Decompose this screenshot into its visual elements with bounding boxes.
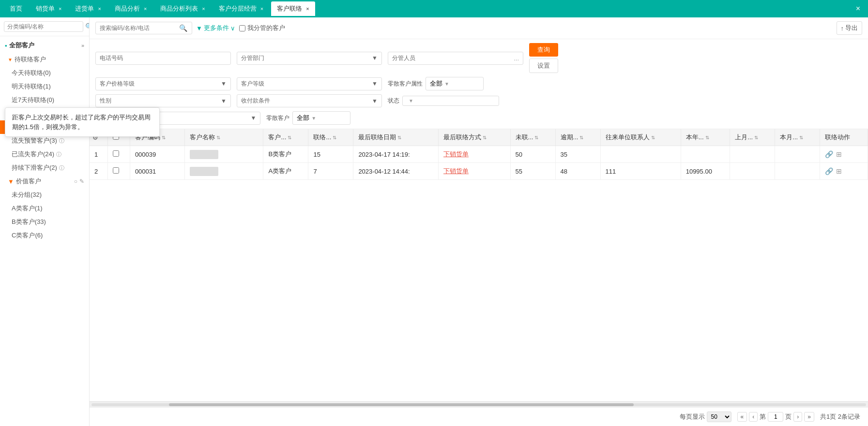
- nav-close-customer-segment[interactable]: ×: [260, 6, 263, 12]
- sidebar-item-churned[interactable]: 已流失客户(24) ⓘ: [0, 147, 89, 161]
- edit-icon[interactable]: ✎: [79, 178, 84, 185]
- dropdown-retail-customer[interactable]: 全部 ▼: [292, 111, 350, 125]
- th-current-year[interactable]: 本年... ⇅: [681, 129, 730, 146]
- sidebar-item-c-class[interactable]: C类客户(6): [0, 229, 89, 242]
- nav-purchase[interactable]: 进货单 ×: [69, 1, 107, 16]
- nav-customer-contact[interactable]: 客户联络 ×: [271, 1, 315, 16]
- sort-icon-name[interactable]: ⇅: [216, 135, 220, 140]
- my-customers-checkbox[interactable]: [239, 25, 245, 31]
- cell-date-1: 2023-04-17 14:19:: [353, 146, 439, 163]
- filter-dept[interactable]: 分管部门 ▼: [237, 52, 382, 65]
- settings-btn[interactable]: 设置: [529, 59, 558, 73]
- sort-icon-contact[interactable]: ⇅: [333, 135, 336, 140]
- sort-icon-method[interactable]: ⇅: [483, 135, 487, 140]
- th-grade[interactable]: 客户... ⇅: [263, 129, 308, 146]
- th-current-month[interactable]: 本月... ⇅: [775, 129, 820, 146]
- nav-close-customer-contact[interactable]: ×: [306, 6, 309, 12]
- nav-customer-segment[interactable]: 客户分层经营 ×: [213, 1, 269, 16]
- prev-page-btn[interactable]: ‹: [749, 412, 758, 422]
- page-size-select: 每页显示 50 20 100: [680, 411, 731, 422]
- grid-icon-1[interactable]: ⊞: [836, 150, 842, 158]
- sort-icon-grade[interactable]: ⇅: [288, 135, 291, 140]
- filter-price-grade[interactable]: 客户价格等级 ▼: [95, 77, 231, 90]
- sidebar-search-icon[interactable]: 🔍: [85, 23, 90, 30]
- link-icon-2[interactable]: 🔗: [825, 167, 833, 175]
- collapse-sidebar-icon[interactable]: »: [81, 43, 84, 48]
- sidebar-item-ungroup[interactable]: 未分组(32): [0, 188, 89, 202]
- next-page-btn[interactable]: ›: [793, 412, 802, 422]
- sidebar-item-today[interactable]: 今天待联络(0): [0, 66, 89, 80]
- filter-payment[interactable]: 收付款条件 ▼: [237, 94, 382, 107]
- cell-check-2[interactable]: [107, 163, 130, 180]
- cell-method-1[interactable]: 下销货单: [438, 146, 510, 163]
- sidebar-group-pending[interactable]: ▼ 待联络客户: [0, 53, 89, 66]
- dropdown-arrow-type: ▼: [250, 115, 256, 121]
- grid-icon-2[interactable]: ⊞: [836, 167, 842, 175]
- sort-icon-date[interactable]: ⇅: [397, 135, 401, 140]
- filter-manager[interactable]: 分管人员 ...: [388, 52, 523, 65]
- nav-product-list[interactable]: 商品分析列表 ×: [154, 1, 211, 16]
- th-last-method[interactable]: 最后联络方式 ⇅: [438, 129, 510, 146]
- nav-product-analysis[interactable]: 商品分析 ×: [109, 1, 152, 16]
- horizontal-scrollbar[interactable]: [90, 401, 868, 407]
- export-btn[interactable]: ↑ 导出: [837, 21, 863, 35]
- sort-icon-overdue[interactable]: ⇅: [579, 135, 583, 140]
- nav-home[interactable]: 首页: [4, 1, 28, 16]
- window-close-btn[interactable]: ×: [852, 2, 864, 15]
- nav-close-product-analysis[interactable]: ×: [144, 6, 147, 12]
- row1-checkbox[interactable]: [113, 150, 119, 157]
- filter-gender[interactable]: 性别 ▼: [95, 94, 231, 107]
- search-icon[interactable]: 🔍: [179, 24, 187, 32]
- scroll-track[interactable]: [91, 403, 866, 406]
- sidebar-item-declining[interactable]: 持续下滑客户(2) ⓘ: [0, 161, 89, 175]
- filter-customer-grade[interactable]: 客户等级 ▼: [237, 77, 382, 90]
- nav-close-purchase[interactable]: ×: [98, 6, 101, 12]
- sort-icon-year[interactable]: ⇅: [705, 135, 709, 140]
- first-page-btn[interactable]: «: [737, 412, 747, 422]
- more-conditions-btn[interactable]: ▼ 更多条件 ∨: [196, 24, 235, 32]
- sidebar-item-a-class[interactable]: A类客户(1): [0, 202, 89, 215]
- info-icon-churned: ⓘ: [56, 151, 61, 158]
- my-customers-checkbox-label[interactable]: 我分管的客户: [239, 24, 285, 32]
- dropdown-status[interactable]: ▼: [402, 96, 499, 106]
- sidebar-item-tomorrow[interactable]: 明天待联络(1): [0, 80, 89, 93]
- circle-icon[interactable]: ○: [74, 178, 77, 185]
- th-company-contact[interactable]: 往来单位联系人 ⇅: [600, 129, 681, 146]
- nav-close-sales[interactable]: ×: [59, 6, 61, 12]
- sidebar-item-b-class[interactable]: B类客户(33): [0, 215, 89, 229]
- table-area[interactable]: ⚙ 客户编码 ⇅ 客户名称: [90, 129, 868, 401]
- th-last-month[interactable]: 上月... ⇅: [730, 129, 775, 146]
- page-number-input[interactable]: [768, 412, 783, 422]
- sort-icon-code[interactable]: ⇅: [162, 135, 166, 140]
- query-btn[interactable]: 查询: [529, 43, 558, 57]
- sort-icon-month[interactable]: ⇅: [799, 135, 803, 140]
- dropdown-retail-attr[interactable]: 全部 ▼: [426, 77, 484, 90]
- th-contact-count[interactable]: 联络... ⇅: [308, 129, 353, 146]
- link-icon-1[interactable]: 🔗: [825, 150, 833, 158]
- th-last-date[interactable]: 最后联络日期 ⇅: [353, 129, 439, 146]
- page-size-dropdown[interactable]: 50 20 100: [707, 411, 731, 422]
- phone-input[interactable]: [125, 55, 227, 61]
- scroll-thumb[interactable]: [169, 403, 634, 406]
- ellipsis-icon[interactable]: ...: [514, 55, 519, 62]
- sort-icon-company[interactable]: ⇅: [651, 135, 655, 140]
- sidebar-value-customers-header[interactable]: ▼ 价值客户 ○ ✎: [0, 175, 89, 188]
- sort-icon-last-month[interactable]: ⇅: [754, 135, 758, 140]
- th-name[interactable]: 客户名称 ⇅: [185, 129, 263, 146]
- row2-checkbox[interactable]: [113, 167, 119, 174]
- th-no-contact[interactable]: 未联... ⇅: [510, 129, 555, 146]
- sort-icon-no-contact[interactable]: ⇅: [534, 135, 538, 140]
- manager-input[interactable]: [417, 55, 512, 61]
- nav-close-product-list[interactable]: ×: [202, 6, 205, 12]
- cell-method-2[interactable]: 下销货单: [438, 163, 510, 180]
- sidebar-search-input[interactable]: [4, 21, 83, 32]
- cell-code-2: 000031: [130, 163, 184, 180]
- sidebar-item-7days[interactable]: 近7天待联络(0): [0, 93, 89, 107]
- search-input[interactable]: [100, 25, 177, 31]
- all-customers-header[interactable]: ▪ 全部客户 »: [0, 38, 89, 53]
- cell-check-1[interactable]: [107, 146, 130, 163]
- filter-phone[interactable]: 电话号码: [95, 52, 231, 65]
- last-page-btn[interactable]: »: [804, 412, 814, 422]
- nav-sales[interactable]: 销货单 ×: [30, 1, 67, 16]
- th-overdue[interactable]: 逾期... ⇅: [555, 129, 600, 146]
